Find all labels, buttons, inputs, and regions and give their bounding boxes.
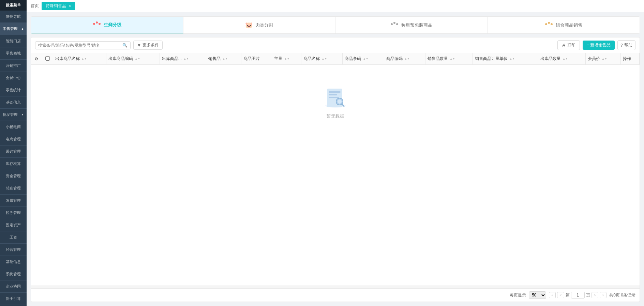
- data-table: ⚙ 出库商品名称 ▲▼ 出库商品编码 ▲▼: [31, 53, 640, 65]
- new-sales-button[interactable]: + 新增销售品: [583, 41, 615, 50]
- svg-point-1: [96, 21, 98, 24]
- cat-tab-meat-cut[interactable]: 🐷 肉类分割: [183, 17, 336, 33]
- col-actions: 操作: [621, 53, 640, 65]
- sidebar-item-basic-info2[interactable]: 基础信息: [0, 256, 27, 268]
- sidebar-item-operations-mgmt[interactable]: 经营管理: [0, 244, 27, 256]
- filter-button[interactable]: ▼ 更多条件: [133, 41, 163, 50]
- sidebar-item-ecommerce-mgmt[interactable]: 电商管理: [0, 133, 27, 146]
- sidebar-item-fixed-assets[interactable]: 固定资产: [0, 219, 27, 231]
- sidebar-item-general-ledger[interactable]: 总账管理: [0, 182, 27, 195]
- category-tabs: 生鲜分级 🐷 肉类分割 称重预包装商品: [31, 16, 640, 34]
- sidebar-item-enterprise-coop[interactable]: 企业协同: [0, 280, 27, 293]
- sort-arrows: ▲▼: [563, 57, 568, 60]
- weight-prepack-icon: [390, 21, 399, 29]
- sidebar-item-newcomer-guide[interactable]: 新手引导: [0, 293, 27, 305]
- sidebar-item-quick-nav[interactable]: 快捷导航: [0, 11, 27, 23]
- topbar: 首页 特殊销售品 ×: [27, 0, 644, 12]
- toolbar: 🔍 ▼ 更多条件 🖨 打印 + 新增销售品 ? 帮助: [31, 37, 640, 53]
- h-scrollbar[interactable]: [31, 286, 640, 288]
- svg-point-2: [99, 23, 101, 25]
- col-product-image[interactable]: 商品图片: [241, 53, 272, 65]
- empty-state: 暂无数据: [31, 65, 640, 140]
- col-product-code[interactable]: 商品编码 ▲▼: [384, 53, 425, 65]
- cat-tab-weight-prepack[interactable]: 称重预包装商品: [335, 17, 488, 33]
- search-input[interactable]: [38, 43, 121, 48]
- svg-point-0: [93, 23, 95, 25]
- sidebar-item-invoice-mgmt[interactable]: 发票管理: [0, 195, 27, 207]
- cat-tab-combo-sales[interactable]: 组合商品销售: [488, 17, 640, 33]
- sort-arrows: ▲▼: [284, 57, 290, 60]
- main-content: 首页 特殊销售品 × 生鲜分级 🐷 肉类分割: [27, 0, 644, 306]
- sort-arrows: ▲▼: [509, 57, 515, 60]
- sidebar-item-batch-mgmt[interactable]: 批发管理 ▼: [0, 109, 27, 121]
- first-page-button[interactable]: «: [549, 292, 556, 298]
- col-product-name[interactable]: 商品名称 ▲▼: [301, 53, 343, 65]
- svg-point-15: [338, 100, 342, 104]
- svg-point-6: [545, 23, 547, 25]
- col-main-weight[interactable]: 主量 ▲▼: [272, 53, 301, 65]
- tab-close-icon[interactable]: ×: [69, 4, 71, 8]
- select-all-checkbox[interactable]: [45, 56, 50, 61]
- sort-arrows: ▲▼: [602, 57, 607, 60]
- svg-point-8: [551, 23, 553, 25]
- sidebar-logo[interactable]: 搜索菜单: [0, 0, 27, 11]
- col-sales-unit[interactable]: 销售商品计量单位 ▲▼: [473, 53, 538, 65]
- filter-icon: ▼: [137, 43, 141, 48]
- sidebar-item-member-center[interactable]: 会员中心: [0, 72, 27, 84]
- sidebar-item-purchase-mgmt[interactable]: 采购管理: [0, 146, 27, 158]
- table-wrap: ⚙ 出库商品名称 ▲▼ 出库商品编码 ▲▼: [31, 53, 640, 286]
- empty-text: 暂无数据: [327, 113, 344, 119]
- sidebar-item-retail-mall[interactable]: 零售商城: [0, 47, 27, 60]
- prev-page-button[interactable]: <: [557, 292, 564, 298]
- search-icon: 🔍: [122, 43, 128, 48]
- col-checkbox[interactable]: [42, 53, 53, 65]
- col-out-qty[interactable]: 出库品数量 ▲▼: [538, 53, 585, 65]
- sidebar-item-retail-mgmt[interactable]: 零售管理 ▲: [0, 23, 27, 35]
- sidebar-item-marketing[interactable]: 营销推广: [0, 60, 27, 72]
- help-button[interactable]: ? 帮助: [617, 40, 635, 50]
- col-product-barcode[interactable]: 商品条码 ▲▼: [343, 53, 384, 65]
- cat-tab-meat-cut-label: 肉类分割: [255, 22, 273, 28]
- sort-arrows: ▲▼: [222, 57, 228, 60]
- sidebar-item-system-mgmt[interactable]: 系统管理: [0, 268, 27, 280]
- col-sales-product[interactable]: 销售品 ▲▼: [206, 53, 241, 65]
- col-sales-qty[interactable]: 销售品数量 ▲▼: [425, 53, 473, 65]
- sidebar-item-inventory[interactable]: 库存核算: [0, 158, 27, 170]
- fresh-grade-icon: [93, 21, 101, 29]
- col-out-product-code[interactable]: 出库商品编码 ▲▼: [106, 53, 160, 65]
- col-settings[interactable]: ⚙: [31, 53, 42, 65]
- sidebar-item-smart-store[interactable]: 智慧门店: [0, 35, 27, 47]
- home-link[interactable]: 首页: [31, 3, 39, 9]
- print-button[interactable]: 🖨 打印: [557, 40, 580, 50]
- svg-rect-12: [329, 94, 337, 95]
- page-input[interactable]: [571, 292, 585, 299]
- sort-arrows: ▲▼: [363, 57, 369, 60]
- sidebar-item-capital-mgmt[interactable]: 资金管理: [0, 170, 27, 182]
- next-page-button[interactable]: >: [591, 292, 598, 298]
- svg-point-4: [393, 22, 395, 24]
- page-nav: « < 第 页 > »: [549, 292, 606, 299]
- last-page-button[interactable]: »: [600, 292, 606, 298]
- pagination: 每页显示 50 100 200 « < 第 页 > » 共0页 0条记录: [31, 288, 640, 302]
- sidebar-item-salary[interactable]: 工资: [0, 231, 27, 244]
- sidebar-item-basic-info[interactable]: 基础信息: [0, 96, 27, 109]
- col-member-price[interactable]: 会员价 ▲▼: [585, 53, 621, 65]
- sidebar-item-tax-mgmt[interactable]: 税务管理: [0, 207, 27, 219]
- help-icon: ?: [620, 43, 623, 48]
- cat-tab-fresh-grade-label: 生鲜分级: [104, 22, 121, 28]
- active-tab[interactable]: 特殊销售品 ×: [42, 2, 75, 10]
- cat-tab-weight-prepack-label: 称重预包装商品: [401, 22, 432, 28]
- col-out-product-name[interactable]: 出库商品名称 ▲▼: [53, 53, 106, 65]
- combo-sales-icon: [545, 21, 553, 29]
- page-label: 第: [566, 292, 570, 298]
- sidebar: 搜索菜单 快捷导航 零售管理 ▲ 智慧门店 零售商城 营销推广 会员中心 零售统…: [0, 0, 27, 306]
- col-out-product-extra[interactable]: 出库商品... ▲▼: [160, 53, 206, 65]
- search-box[interactable]: 🔍: [35, 41, 131, 49]
- per-page-select[interactable]: 50 100 200: [529, 291, 546, 299]
- sidebar-item-micro-shop[interactable]: 小畅电商: [0, 121, 27, 133]
- cat-tab-combo-sales-label: 组合商品销售: [556, 22, 582, 28]
- sidebar-item-retail-stats[interactable]: 零售统计: [0, 84, 27, 96]
- cat-tab-fresh-grade[interactable]: 生鲜分级: [31, 17, 183, 33]
- print-icon: 🖨: [562, 43, 566, 48]
- total-info: 共0页 0条记录: [609, 292, 635, 298]
